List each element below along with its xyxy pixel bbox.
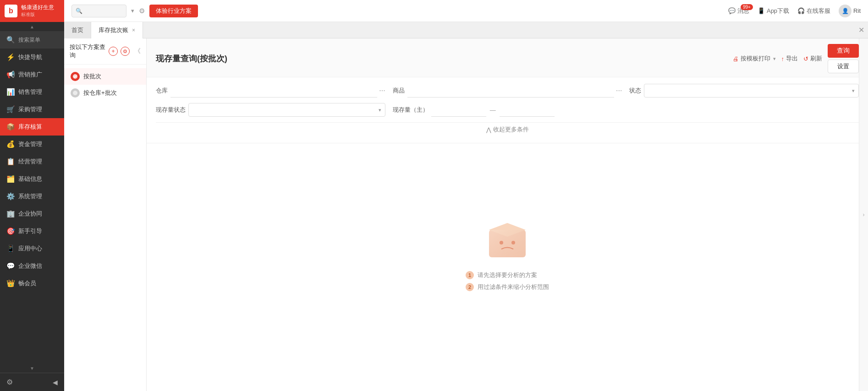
filter-area: 仓库 ··· 商品 ··· 状态 ▾ — [147, 77, 868, 143]
appcenter-icon: 📱 — [6, 244, 15, 253]
search-icon: 🔍 — [6, 36, 15, 44]
svg-point-5 — [500, 241, 503, 244]
sales-icon: 📊 — [6, 88, 15, 96]
system-icon: ⚙️ — [6, 192, 15, 201]
settings-gear-icon[interactable]: ⚙ — [139, 7, 145, 15]
stock-status-dropdown[interactable]: ▾ — [188, 103, 385, 117]
basic-icon: 🗂️ — [6, 175, 15, 183]
sidebar-item-label: 基础信息 — [18, 175, 42, 183]
status-dropdown[interactable]: ▾ — [644, 84, 859, 98]
print-btn[interactable]: 🖨 按模板打印 ▾ — [733, 54, 776, 63]
tab-inventory-batch[interactable]: 库存批次账 × — [91, 22, 143, 38]
sidebar-scroll-down[interactable]: ▼ — [0, 364, 64, 373]
app-download-btn[interactable]: 📱 App下载 — [758, 7, 789, 15]
empty-illustration — [480, 216, 535, 262]
export-btn[interactable]: ↑ 导出 — [781, 54, 798, 63]
sidebar-item-basic[interactable]: 🗂️ 基础信息 — [0, 170, 64, 188]
plan-list: 按批次 按仓库+批次 — [64, 65, 146, 105]
sidebar-item-label: 快捷导航 — [18, 53, 42, 61]
warehouse-more-icon[interactable]: ··· — [379, 87, 385, 95]
empty-tips: 1 请先选择要分析的方案 2 用过滤条件来缩小分析范围 — [466, 271, 549, 291]
page-title-bar: 现存量查询(按批次) 🖨 按模板打印 ▾ ↑ 导出 ↺ 刷新 — [147, 38, 868, 77]
tab-close-icon[interactable]: × — [132, 27, 135, 33]
sidebar-item-label: 企业微信 — [18, 262, 42, 270]
sidebar-item-inventory[interactable]: 📦 库存核算 — [0, 118, 64, 136]
filter-stock-status: 现存量状态 ▾ — [156, 103, 385, 117]
sidebar-item-purchase[interactable]: 🛒 采购管理 — [0, 101, 64, 118]
sidebar-item-quick-nav[interactable]: ⚡ 快捷导航 — [0, 49, 64, 66]
plan-label-warehouse-batch: 按仓库+批次 — [83, 89, 117, 97]
status-label: 状态 — [629, 87, 641, 95]
sidebar-item-label: 销售管理 — [18, 88, 42, 96]
purchase-icon: 🛒 — [6, 105, 15, 114]
sidebar-item-operations[interactable]: 📋 经营管理 — [0, 153, 64, 170]
refresh-btn[interactable]: ↺ 刷新 — [803, 54, 822, 63]
headset-icon: 🎧 — [797, 7, 805, 14]
sidebar-item-wechat[interactable]: 💬 企业微信 — [0, 257, 64, 275]
user-name: Rit — [853, 7, 861, 14]
settings-icon[interactable]: ⚙ — [6, 378, 13, 386]
plan-item-batch[interactable]: 按批次 — [64, 68, 146, 85]
content-area: 按以下方案查询 + ⚙ 《 按批次 按仓库 — [64, 38, 868, 391]
goods-more-icon[interactable]: ··· — [616, 87, 622, 95]
user-avatar-btn[interactable]: 👤 Rit — [839, 5, 861, 17]
tip-num-1: 1 — [466, 271, 474, 279]
left-panel-title: 按以下方案查询 — [70, 43, 109, 60]
settings-button[interactable]: 设置 — [828, 60, 859, 73]
online-service-btn[interactable]: 🎧 在线客服 — [797, 7, 830, 15]
warehouse-label: 仓库 — [156, 87, 168, 95]
sidebar-item-newuser[interactable]: 🎯 新手引导 — [0, 223, 64, 240]
flash-icon: ⚡ — [6, 53, 15, 61]
sidebar-item-system[interactable]: ⚙️ 系统管理 — [0, 188, 64, 205]
topbar-search-box: 🔍 — [71, 5, 126, 17]
right-panel-toggle[interactable]: › — [859, 38, 868, 391]
warehouse-input[interactable] — [170, 84, 377, 98]
collapse-panel-icon[interactable]: 《 — [134, 47, 141, 55]
settings-plan-btn[interactable]: ⚙ — [121, 47, 130, 56]
app-download-label: App下载 — [767, 7, 789, 15]
sidebar-item-vip[interactable]: 👑 畅会员 — [0, 275, 64, 292]
add-plan-btn[interactable]: + — [109, 47, 118, 56]
sidebar-item-sales[interactable]: 📊 销售管理 — [0, 83, 64, 101]
sidebar-scroll-up[interactable]: ▲ — [0, 22, 64, 31]
vip-icon: 👑 — [6, 279, 15, 288]
left-panel-header: 按以下方案查询 + ⚙ 《 — [64, 38, 146, 65]
sidebar-item-label: 经营管理 — [18, 157, 42, 166]
collapse-sidebar-icon[interactable]: ◀ — [53, 379, 58, 386]
chevron-down-icon[interactable]: ▾ — [131, 7, 134, 14]
sidebar-item-enterprise[interactable]: 🏢 企业协同 — [0, 205, 64, 223]
sidebar-item-label: 系统管理 — [18, 192, 42, 201]
sidebar-item-finance[interactable]: 💰 资金管理 — [0, 136, 64, 153]
sidebar-item-label: 应用中心 — [18, 244, 42, 253]
left-panel: 按以下方案查询 + ⚙ 《 按批次 按仓库 — [64, 38, 147, 391]
plan-item-warehouse-batch[interactable]: 按仓库+批次 — [64, 85, 146, 101]
sidebar-item-marketing[interactable]: 📢 营销推广 — [0, 66, 64, 83]
stock-qty-max-input[interactable] — [500, 103, 555, 117]
collapse-filters-btn[interactable]: ⋀ 收起更多条件 — [156, 122, 859, 136]
filter-row-2: 现存量状态 ▾ 现存量（主） — — [156, 103, 859, 117]
messages-btn[interactable]: 💬 消息 99+ — [728, 7, 749, 15]
goods-input[interactable] — [407, 84, 614, 98]
sidebar-nav: 🔍 搜索菜单 ⚡ 快捷导航 📢 营销推广 📊 销售管理 🛒 采购管理 📦 库存核… — [0, 31, 64, 364]
sidebar-item-label: 采购管理 — [18, 105, 42, 114]
print-icon: 🖨 — [733, 55, 739, 62]
marketing-icon: 📢 — [6, 71, 15, 79]
tip-text-1: 请先选择要分析的方案 — [478, 271, 537, 279]
sidebar-item-search[interactable]: 🔍 搜索菜单 — [0, 31, 64, 49]
status-dropdown-icon: ▾ — [852, 88, 855, 94]
topbar: 🔍 ▾ ⚙ 体验行业方案 💬 消息 99+ 📱 App下载 🎧 在线客服 — [64, 0, 868, 22]
filter-goods: 商品 ··· — [393, 84, 622, 98]
print-dropdown-icon[interactable]: ▾ — [773, 56, 776, 62]
tip-num-2: 2 — [466, 283, 474, 291]
query-button[interactable]: 查询 — [828, 44, 859, 58]
experience-btn[interactable]: 体验行业方案 — [149, 5, 198, 17]
sidebar: b 畅康通好生意 标准版 ▲ 🔍 搜索菜单 ⚡ 快捷导航 📢 营销推广 📊 销售… — [0, 0, 64, 391]
sidebar-item-appcenter[interactable]: 📱 应用中心 — [0, 240, 64, 257]
tab-home[interactable]: 首页 — [64, 22, 91, 38]
tab-panel-close-icon[interactable]: ✕ — [858, 26, 864, 34]
left-panel-icons: + ⚙ 《 — [109, 47, 141, 56]
stock-qty-range: — — [431, 103, 555, 117]
stock-qty-min-input[interactable] — [431, 103, 486, 117]
sidebar-header: b 畅康通好生意 标准版 — [0, 0, 64, 22]
inventory-icon: 📦 — [6, 123, 15, 131]
